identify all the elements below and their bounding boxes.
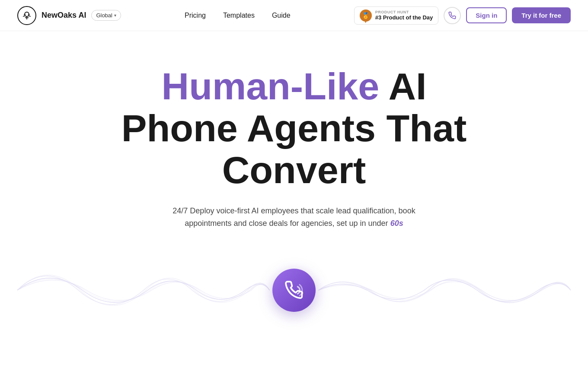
global-label: Global bbox=[96, 12, 112, 19]
svg-line-6 bbox=[29, 16, 31, 16]
phone-call-icon-button[interactable] bbox=[444, 7, 461, 24]
hero-subtitle-main: 24/7 Deploy voice-first AI employees tha… bbox=[173, 206, 415, 228]
navbar-left: NewOaks AI Global ▾ bbox=[17, 6, 121, 25]
hero-title: Human-Like AI Phone Agents That Convert bbox=[99, 66, 489, 191]
chevron-down-icon: ▾ bbox=[114, 13, 116, 18]
svg-line-5 bbox=[23, 16, 25, 16]
hero-subtitle-accent: 60s bbox=[390, 219, 403, 228]
medal-icon: 🏅 bbox=[360, 10, 372, 22]
nav-templates[interactable]: Templates bbox=[223, 12, 255, 19]
phone-circle-icon bbox=[284, 281, 304, 300]
product-hunt-badge[interactable]: 🏅 PRODUCT HUNT #3 Product of the Day bbox=[354, 6, 439, 25]
global-dropdown[interactable]: Global ▾ bbox=[91, 10, 121, 21]
hero-section: Human-Like AI Phone Agents That Convert … bbox=[0, 31, 588, 371]
sign-in-button[interactable]: Sign in bbox=[466, 7, 507, 23]
hero-subtitle: 24/7 Deploy voice-first AI employees tha… bbox=[156, 205, 432, 230]
navbar: NewOaks AI Global ▾ Pricing Templates Gu… bbox=[0, 0, 588, 31]
product-hunt-rank: #3 Product of the Day bbox=[375, 14, 433, 21]
phone-circle[interactable] bbox=[272, 269, 316, 312]
product-hunt-label: PRODUCT HUNT bbox=[375, 10, 433, 14]
hero-title-highlight: Human-Like bbox=[162, 65, 380, 108]
svg-line-3 bbox=[24, 14, 26, 15]
navbar-right: 🏅 PRODUCT HUNT #3 Product of the Day Sig… bbox=[354, 6, 571, 25]
brand-name: NewOaks AI bbox=[42, 11, 86, 20]
svg-line-4 bbox=[28, 14, 30, 15]
try-free-button[interactable]: Try it for free bbox=[512, 7, 571, 23]
waveform-container bbox=[17, 238, 571, 342]
navbar-center: Pricing Templates Guide bbox=[185, 12, 291, 19]
nav-guide[interactable]: Guide bbox=[272, 12, 291, 19]
logo-icon bbox=[17, 6, 36, 25]
product-hunt-text: PRODUCT HUNT #3 Product of the Day bbox=[375, 10, 433, 21]
nav-pricing[interactable]: Pricing bbox=[185, 12, 206, 19]
